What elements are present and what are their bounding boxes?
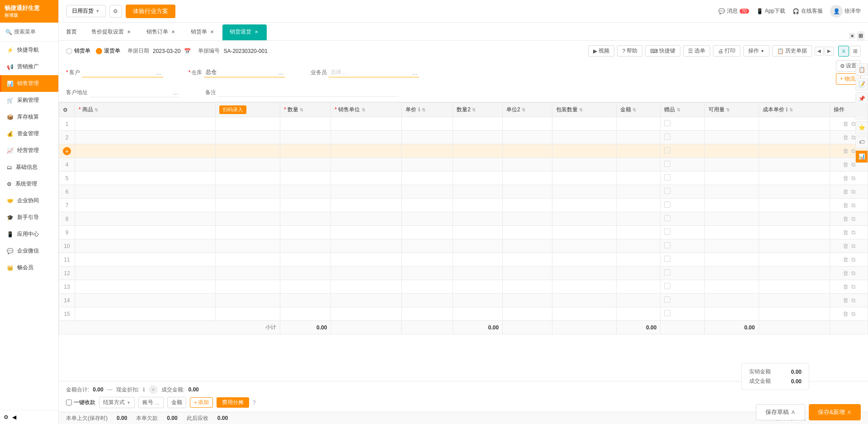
gift-checkbox[interactable] <box>664 229 670 235</box>
sales-unit-cell[interactable] <box>331 117 402 131</box>
radio-delivery[interactable]: 销货单 <box>66 47 90 55</box>
gift-checkbox[interactable] <box>664 310 670 316</box>
gift-checkbox[interactable] <box>664 296 670 303</box>
delete-row-icon[interactable]: 🗑 <box>843 310 849 318</box>
sidebar-item-enterprise[interactable]: 🤝 企业协同 <box>0 192 58 209</box>
gift-checkbox[interactable] <box>664 242 670 248</box>
grid-view-button[interactable]: ⊞ <box>850 46 861 57</box>
sort-amount-icon[interactable]: ⇅ <box>632 107 636 112</box>
app-download-group[interactable]: 📱 App下载 <box>756 7 785 15</box>
delete-row-icon[interactable]: 🗑 <box>843 188 849 195</box>
copy-row-icon[interactable]: ⧉ <box>851 175 855 182</box>
cost-price-info-icon[interactable]: ℹ <box>786 106 788 113</box>
rt-icon-1[interactable]: 📋 <box>855 63 868 76</box>
customer-address-input[interactable]: ... <box>90 87 180 97</box>
copy-row-icon[interactable]: ⧉ <box>851 270 855 277</box>
tab-area-close-button[interactable]: ✕ <box>849 33 855 39</box>
delete-row-icon[interactable]: 🗑 <box>843 134 849 141</box>
sidebar-item-basic[interactable]: 🗂 基础信息 <box>0 159 58 176</box>
copy-row-icon[interactable]: ⧉ <box>851 297 855 304</box>
add-row-icon[interactable]: + <box>63 147 71 155</box>
qty-cell[interactable] <box>280 117 331 131</box>
goods-cell[interactable] <box>75 131 216 144</box>
gift-checkbox[interactable] <box>664 174 670 181</box>
sidebar-item-member[interactable]: 👑 畅会员 <box>0 259 58 276</box>
sales-unit-cell[interactable] <box>331 131 402 144</box>
unit2-cell[interactable] <box>503 117 552 131</box>
rt-icon-7[interactable]: 📊 <box>855 150 868 163</box>
cost-split-button[interactable]: 费用分摊 <box>217 397 249 408</box>
qty2-cell[interactable] <box>453 131 503 144</box>
salesperson-input[interactable]: 选择... ... <box>329 67 419 77</box>
qty-cell-active[interactable] <box>280 144 331 158</box>
gift-checkbox[interactable] <box>664 215 670 221</box>
rt-icon-2[interactable]: 📝 <box>855 78 868 91</box>
prev-record-button[interactable]: ◀ <box>815 47 824 56</box>
copy-row-icon[interactable]: ⧉ <box>851 188 855 195</box>
gift-checkbox[interactable] <box>664 188 670 194</box>
list-view-button[interactable]: ≡ <box>838 46 849 57</box>
copy-row-icon[interactable]: ⧉ <box>851 243 855 250</box>
info-discount-icon[interactable]: ℹ <box>143 386 145 393</box>
qty2-cell[interactable] <box>453 117 503 131</box>
rt-icon-6[interactable]: 🏷 <box>855 136 868 148</box>
select-order-button[interactable]: ☰ 选单 <box>683 45 710 57</box>
gift-checkbox[interactable] <box>664 256 670 262</box>
sidebar-item-marketing[interactable]: 📢 营销推广 <box>0 58 58 75</box>
message-group[interactable]: 💬 消息 70 <box>718 7 749 15</box>
gift-checkbox-active[interactable] <box>664 147 670 153</box>
delete-row-icon[interactable]: 🗑 <box>843 120 849 128</box>
goods-cell[interactable] <box>75 117 216 131</box>
settings-gear-button[interactable]: ⚙ <box>109 5 122 18</box>
sidebar-item-wechat[interactable]: 💬 企业微信 <box>0 243 58 259</box>
copy-row-icon[interactable]: ⧉ <box>851 256 855 263</box>
gift-checkbox[interactable] <box>664 161 670 167</box>
unit-price-info-icon[interactable]: ℹ <box>418 106 420 113</box>
unit-price-cell[interactable] <box>402 131 453 144</box>
history-button[interactable]: 📋 历史单据 <box>772 45 812 57</box>
add-payment-button[interactable]: + 添加 <box>190 397 213 408</box>
next-record-button[interactable]: ▶ <box>825 47 834 56</box>
save-draft-button[interactable]: 保存草稿 ∧ <box>756 404 805 420</box>
col-scan-header[interactable]: 扫码录入 <box>215 103 280 117</box>
settings-icon[interactable]: ⚙ <box>4 414 9 420</box>
tab-sales-delivery[interactable]: 销货单 ✕ <box>184 24 222 40</box>
sidebar-item-apps[interactable]: 📱 应用中心 <box>0 226 58 243</box>
tab-price-setting[interactable]: 售价提取设置 ✕ <box>84 24 139 40</box>
sales-unit-cell-active[interactable] <box>331 144 402 158</box>
cost-price-cell[interactable] <box>759 131 830 144</box>
delete-row-icon[interactable]: 🗑 <box>843 297 849 304</box>
sort-available-icon[interactable]: ⇅ <box>726 107 730 112</box>
tab-home[interactable]: 首页 <box>59 24 84 40</box>
delete-row-icon[interactable]: 🗑 <box>843 215 849 223</box>
calc-method-select[interactable]: 结算方式 ▼ <box>99 397 135 408</box>
amount-cell[interactable] <box>617 131 660 144</box>
sidebar-item-finance[interactable]: 💰 资金管理 <box>0 125 58 142</box>
amount-cell[interactable] <box>617 117 660 131</box>
sidebar-item-shortcut[interactable]: ⚡ 快捷导航 <box>0 42 58 58</box>
copy-row-icon[interactable]: ⧉ <box>851 148 855 155</box>
sidebar-item-operation[interactable]: 📈 经营管理 <box>0 142 58 159</box>
delete-row-icon[interactable]: 🗑 <box>843 229 849 236</box>
amount-cell-active[interactable] <box>617 144 660 158</box>
unit2-cell-active[interactable] <box>503 144 552 158</box>
help-button[interactable]: ? 帮助 <box>617 45 642 57</box>
gift-checkbox[interactable] <box>664 133 670 140</box>
sidebar-item-inventory[interactable]: 📦 库存核算 <box>0 109 58 125</box>
copy-row-icon[interactable]: ⧉ <box>851 120 855 128</box>
sort-costprice-icon[interactable]: ⇅ <box>789 107 793 112</box>
delete-row-icon[interactable]: 🗑 <box>843 270 849 277</box>
copy-row-icon[interactable]: ⧉ <box>851 202 855 209</box>
delete-row-icon[interactable]: 🗑 <box>843 202 849 209</box>
pack-qty-cell[interactable] <box>552 117 616 131</box>
split-help-icon[interactable]: ? <box>253 400 256 406</box>
sidebar-item-sales[interactable]: 📊 销售管理 <box>0 75 58 92</box>
gift-checkbox[interactable] <box>664 283 670 289</box>
sort-qty2-icon[interactable]: ⇅ <box>472 107 476 112</box>
online-service-group[interactable]: 🎧 在线客服 <box>793 7 823 15</box>
delete-row-icon[interactable]: 🗑 <box>843 256 849 263</box>
copy-row-icon[interactable]: ⧉ <box>851 283 855 291</box>
customer-input[interactable]: ... <box>82 67 163 77</box>
unit2-cell[interactable] <box>503 131 552 144</box>
tab-expand-button[interactable]: ⊞ <box>857 31 864 40</box>
